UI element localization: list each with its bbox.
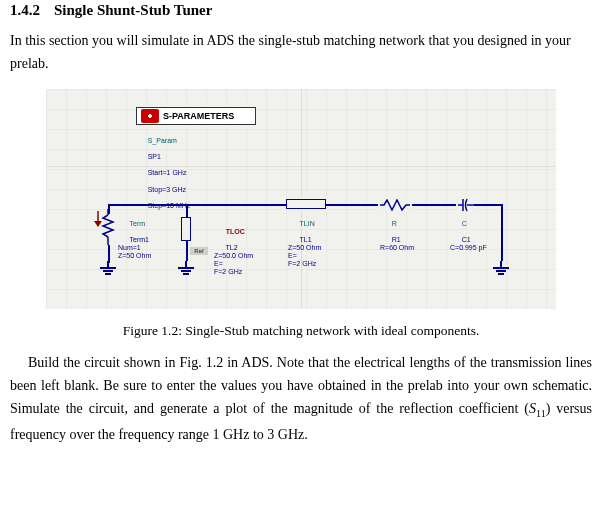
capacitor-header: C bbox=[462, 220, 467, 227]
tlin-header: TLIN bbox=[300, 220, 315, 227]
sparam-label: S-PARAMETERS bbox=[163, 111, 234, 121]
figure-caption-text: Single-Stub matching network with ideal … bbox=[185, 323, 479, 338]
tlin-text: TLIN TL1Z=50 OhmE=F=2 GHz bbox=[288, 212, 321, 276]
gnd-stub bbox=[178, 267, 194, 277]
wire-stub-top bbox=[186, 204, 188, 218]
term-text: Term Term1Num=1Z=50 Ohm bbox=[118, 212, 151, 268]
section-title: Single Shunt-Stub Tuner bbox=[54, 2, 212, 19]
figure-container: S-PARAMETERS S_Param SP1 Start=1 GHz Sto… bbox=[10, 89, 592, 339]
intro-paragraph: In this section you will simulate in ADS… bbox=[10, 29, 592, 75]
s11-symbol: S bbox=[529, 401, 536, 416]
body-p1a: Build the circuit shown in Fig. 1.2 in A… bbox=[10, 355, 592, 416]
tloc-header: TLOC bbox=[226, 228, 245, 235]
sparam-sp1: SP1 bbox=[148, 153, 161, 160]
wire-tlin-left bbox=[274, 204, 286, 206]
ref-label: Ref bbox=[194, 248, 203, 254]
term-symbol bbox=[101, 209, 115, 243]
term-header: Term bbox=[130, 220, 146, 227]
sparam-icon bbox=[141, 109, 159, 123]
capacitor-body: C1C=0.995 pF bbox=[450, 236, 487, 251]
capacitor-text: C C1C=0.995 pF bbox=[450, 212, 487, 260]
tloc-text: TLOC TL2Z=50.0 OhmE=F=2 GHz bbox=[214, 220, 253, 284]
capacitor-symbol bbox=[458, 197, 470, 211]
wire-term-gnd bbox=[108, 245, 110, 263]
section-heading: 1.4.2 Single Shunt-Stub Tuner bbox=[10, 2, 592, 19]
wire-term-top bbox=[108, 204, 110, 214]
figure-caption: Figure 1.2: Single-Stub matching network… bbox=[123, 323, 480, 339]
ref-box: Ref bbox=[190, 247, 208, 255]
tlin-symbol-2 bbox=[286, 199, 326, 209]
sparam-block-header: S_Param bbox=[148, 137, 177, 144]
gnd-right bbox=[493, 267, 509, 277]
figure-label: Figure 1.2: bbox=[123, 323, 182, 338]
svg-marker-3 bbox=[94, 221, 102, 227]
tloc-stub-symbol bbox=[181, 217, 191, 241]
gnd-term bbox=[100, 267, 116, 277]
tloc-body: TL2Z=50.0 OhmE=F=2 GHz bbox=[214, 244, 253, 275]
s11-subscript: 11 bbox=[536, 408, 546, 419]
section-number: 1.4.2 bbox=[10, 2, 40, 19]
sparam-start: Start=1 GHz bbox=[148, 169, 187, 176]
sparam-stop: Stop=3 GHz bbox=[148, 186, 186, 193]
sparameters-title-box: S-PARAMETERS bbox=[136, 107, 256, 125]
resistor-symbol bbox=[380, 199, 410, 209]
body-paragraph: Build the circuit shown in Fig. 1.2 in A… bbox=[10, 351, 592, 446]
ads-schematic: S-PARAMETERS S_Param SP1 Start=1 GHz Sto… bbox=[46, 89, 556, 309]
wire-tlin-right bbox=[326, 204, 338, 206]
tlin-body: TL1Z=50 OhmE=F=2 GHz bbox=[288, 236, 321, 267]
wire-right-down bbox=[501, 204, 503, 261]
term-arrow-icon bbox=[94, 211, 102, 228]
wire-stub-bottom bbox=[186, 241, 188, 261]
resistor-text: R R1R=60 Ohm bbox=[380, 212, 414, 260]
resistor-header: R bbox=[392, 220, 397, 227]
term-body: Term1Num=1Z=50 Ohm bbox=[118, 236, 151, 259]
resistor-body: R1R=60 Ohm bbox=[380, 236, 414, 251]
